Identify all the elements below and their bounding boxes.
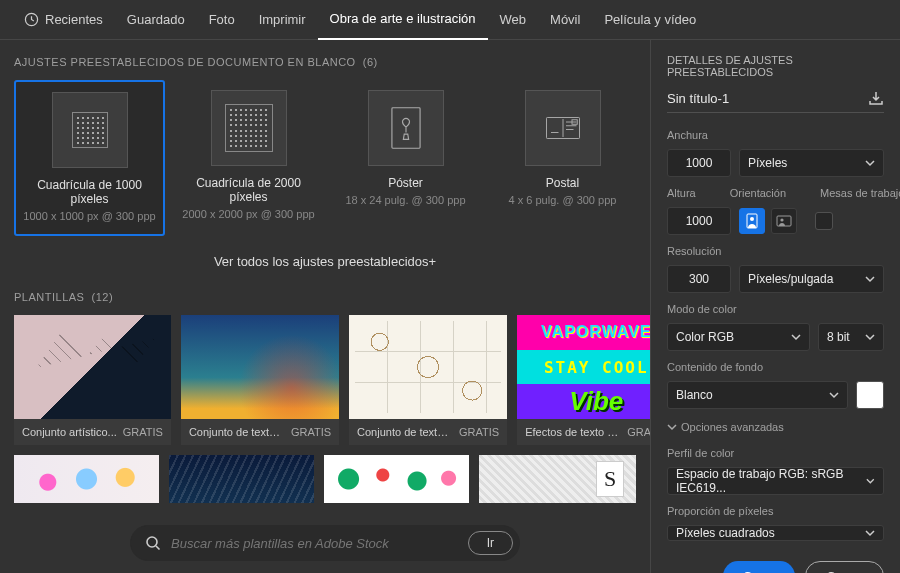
orientation-label: Orientación [730,187,786,199]
preset-detail: 1000 x 1000 px @ 300 ppp [23,210,155,222]
template-thumbnail[interactable] [169,455,314,503]
tab-mobile[interactable]: Móvil [538,0,592,40]
units-dropdown[interactable]: Píxeles [739,149,884,177]
preset-postcard[interactable]: Postal 4 x 6 pulg. @ 300 ppp [489,80,636,236]
tab-photo[interactable]: Foto [197,0,247,40]
width-input[interactable] [667,149,731,177]
serif-sample: S [596,461,624,497]
save-preset-icon[interactable] [868,90,884,106]
template-name: Efectos de texto d... [525,426,621,438]
template-card[interactable]: VAPORWAVE STAY COOL Vibe Efectos de text… [517,315,650,445]
chevron-down-icon [791,332,801,342]
tab-recent[interactable]: Recientes [12,0,115,40]
preset-detail: 2000 x 2000 px @ 300 ppp [182,208,314,220]
height-label: Altura [667,187,696,199]
template-price: GRATIS [459,426,499,438]
preset-poster[interactable]: Póster 18 x 24 pulg. @ 300 ppp [332,80,479,236]
color-mode-dropdown[interactable]: Color RGB [667,323,810,351]
preset-name: Cuadrícula de 1000 píxeles [22,178,157,206]
brush-icon [388,106,424,150]
tab-saved[interactable]: Guardado [115,0,197,40]
tab-print[interactable]: Imprimir [247,0,318,40]
chevron-down-icon [865,158,875,168]
template-price: GRATIS [627,426,650,438]
preset-thumbnail [211,90,287,166]
template-thumbnail: VAPORWAVE STAY COOL Vibe [517,315,650,419]
tab-art[interactable]: Obra de arte e ilustración [318,0,488,40]
blank-presets-heading: AJUSTES PREESTABLECIDOS DE DOCUMENTO EN … [14,56,636,68]
advanced-options-toggle[interactable]: Opciones avanzadas [667,421,884,433]
dropdown-value: Píxeles cuadrados [676,526,775,540]
template-card[interactable]: Conjunto de textur...GRATIS [181,315,339,445]
artboards-label: Mesas de trabajo [820,187,900,199]
orientation-portrait[interactable] [739,208,765,234]
pixel-aspect-dropdown[interactable]: Píxeles cuadrados [667,525,884,541]
tab-label: Móvil [550,12,580,27]
background-color-swatch[interactable] [856,381,884,409]
template-card[interactable]: Conjunto de textur...GRATIS [349,315,507,445]
color-profile-dropdown[interactable]: Espacio de trabajo RGB: sRGB IEC619... [667,467,884,495]
advanced-label: Opciones avanzadas [681,421,784,433]
bit-depth-dropdown[interactable]: 8 bit [818,323,884,351]
template-thumbnail[interactable] [324,455,469,503]
heading-count: (6) [363,56,378,68]
view-all-presets[interactable]: Ver todos los ajustes preestablecidos+ [14,254,636,269]
preset-name: Postal [546,176,579,190]
template-thumbnail[interactable]: S [479,455,636,503]
heading-text: AJUSTES PREESTABLECIDOS DE DOCUMENTO EN … [14,56,356,68]
templates-heading: PLANTILLAS (12) [14,291,636,303]
landscape-icon [776,215,792,227]
portrait-icon [746,213,758,229]
category-tabs: Recientes Guardado Foto Imprimir Obra de… [0,0,900,40]
resolution-units-dropdown[interactable]: Píxeles/pulgada [739,265,884,293]
template-card[interactable]: Conjunto artístico...GRATIS [14,315,171,445]
dropdown-value: Blanco [676,388,713,402]
grid-icon [72,112,108,148]
search-input[interactable] [171,536,458,551]
search-icon [145,535,161,551]
tab-label: Película y vídeo [604,12,696,27]
preset-thumbnail [368,90,444,166]
dropdown-value: Píxeles [748,156,787,170]
thumb-text: Vibe [569,386,623,417]
tab-web[interactable]: Web [488,0,539,40]
preset-grid-1000[interactable]: Cuadrícula de 1000 píxeles 1000 x 1000 p… [14,80,165,236]
template-price: GRATIS [123,426,163,438]
search-go-button[interactable]: Ir [468,531,513,555]
heading-count: (12) [92,291,114,303]
document-name[interactable]: Sin título-1 [667,91,729,106]
chevron-down-icon [667,422,677,432]
template-name: Conjunto artístico... [22,426,117,438]
color-mode-label: Modo de color [667,303,884,315]
chevron-down-icon [829,390,839,400]
preset-details-panel: DETALLES DE AJUSTES PREESTABLECIDOS Sin … [650,40,900,573]
left-panel: AJUSTES PREESTABLECIDOS DE DOCUMENTO EN … [0,40,650,573]
svg-point-8 [780,218,783,221]
template-price: GRATIS [291,426,331,438]
dropdown-value: Color RGB [676,330,734,344]
tab-film[interactable]: Película y vídeo [592,0,708,40]
preset-detail: 4 x 6 pulg. @ 300 ppp [509,194,617,206]
preset-grid-2000[interactable]: Cuadrícula de 2000 píxeles 2000 x 2000 p… [175,80,322,236]
thumb-text: VAPORWAVE [541,323,650,341]
resolution-label: Resolución [667,245,884,257]
template-thumbnail [181,315,339,419]
close-button[interactable]: Cerrar [805,561,884,573]
artboards-checkbox[interactable] [815,212,833,230]
create-button[interactable]: Crear [723,561,796,573]
preset-thumbnail [52,92,128,168]
dropdown-value: Espacio de trabajo RGB: sRGB IEC619... [676,467,866,495]
thumb-text: STAY COOL [544,358,649,377]
chevron-down-icon [865,274,875,284]
tab-label: Foto [209,12,235,27]
resolution-input[interactable] [667,265,731,293]
background-dropdown[interactable]: Blanco [667,381,848,409]
tab-label: Obra de arte e ilustración [330,11,476,26]
orientation-landscape[interactable] [771,208,797,234]
preset-name: Cuadrícula de 2000 píxeles [181,176,316,204]
color-profile-label: Perfil de color [667,447,884,459]
height-input[interactable] [667,207,731,235]
tab-label: Web [500,12,527,27]
template-thumbnail [14,315,171,419]
template-thumbnail[interactable] [14,455,159,503]
